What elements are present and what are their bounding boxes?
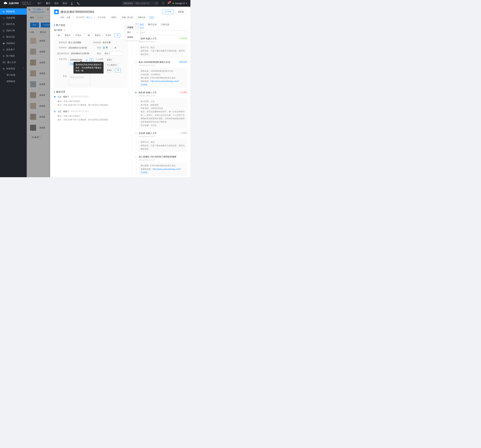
- sidebar-item-inherit[interactable]: ⇅客户继承: [0, 53, 27, 59]
- svg-point-0: [71, 2, 72, 3]
- customer-tag[interactable]: 高意向: [93, 33, 103, 38]
- timeline-item: 定金单 创建人小王已取消 2020/01/30 01:38:27 跟单方式：电话…: [135, 132, 187, 155]
- logo: 云朵CRM 教育机构一站式服务云平台: [3, 1, 31, 5]
- group-tag[interactable]: 群聊一群大群: [121, 16, 134, 19]
- dropdown-item[interactable]: 师馨薇: [125, 25, 140, 30]
- personal-tag-more[interactable]: +4: [115, 68, 121, 72]
- gender-female-radio[interactable]: 女: [111, 46, 116, 49]
- sidebar-item-orders[interactable]: ◫我的订单: [0, 27, 27, 34]
- sidebar: ◷我的好友 ▢我的群聊 ▽我的学员 ◫我的订单 ✆电话记录 ▣我的商品 ↻流失客…: [0, 7, 27, 177]
- goods-icon: ▣: [3, 42, 5, 45]
- clock-icon: ◷: [3, 10, 5, 13]
- customer-tag[interactable]: 中意向: [104, 33, 113, 38]
- chevron-up-icon: ▴: [91, 16, 92, 19]
- personal-tag[interactable]: 个人标签12: [105, 63, 119, 67]
- customer-icon: [54, 9, 59, 14]
- order-icon: ◫: [3, 29, 5, 32]
- copy-icon[interactable]: ⿻: [90, 58, 93, 62]
- top-nav: 推广 客户 质检 数据: [38, 2, 67, 5]
- cloud-icon: [3, 2, 8, 5]
- history-item: 小王更新了2021/01/30 01:38:27 微信：空值-136721828…: [54, 110, 128, 125]
- gender-male-radio[interactable]: 男: [103, 46, 108, 49]
- sidebar-item-lost[interactable]: ↻流失客户: [0, 46, 27, 53]
- status-badge: 已失败: [180, 91, 187, 94]
- tags-label: 客户标签: [54, 29, 62, 31]
- customer-tag[interactable]: 高意向: [63, 33, 73, 38]
- section-history: 修改记录: [54, 90, 128, 93]
- user-menu[interactable]: manager11 ▾: [173, 2, 187, 5]
- deposit-button[interactable]: 交定金: [175, 9, 186, 14]
- contact-icon[interactable]: ▤: [86, 59, 87, 61]
- search-type-select[interactable]: 手机号码 ▾: [122, 1, 134, 6]
- dropdown-item[interactable]: 俱保咏: [125, 35, 140, 40]
- sidebar-sub-customer-tags[interactable]: 客户标签: [0, 72, 27, 78]
- filter-icon: ▽: [3, 23, 4, 26]
- status-badge: 已完成: [180, 37, 187, 40]
- wechat-input[interactable]: [103, 52, 123, 55]
- sidebar-item-phonelog[interactable]: ✆电话记录: [0, 34, 27, 40]
- status-badge: 已取消: [180, 132, 187, 134]
- timeline-item: 定金单 创建人小王已完成 2020/01/30 01:38:27 跟单方式：电话…: [135, 37, 187, 61]
- activity-filter-select[interactable]: 全部动态˅: [135, 30, 187, 35]
- lost-icon: ↻: [3, 48, 5, 51]
- personal-tag[interactable]: 标签1: [105, 68, 114, 72]
- chevron-up-icon: ˄: [23, 68, 24, 70]
- sidebar-sub-group-tags[interactable]: 群聊标签: [0, 78, 27, 85]
- sidebar-item-tags[interactable]: ⚙标签管理˄: [0, 66, 27, 72]
- nav-data[interactable]: 数据: [63, 2, 67, 5]
- group-more[interactable]: +4: [149, 16, 154, 19]
- phone-input[interactable]: [70, 58, 86, 62]
- section-customer-info: 客户信息: [54, 24, 128, 27]
- remark-textarea[interactable]: 请输入备注内容: [68, 75, 90, 85]
- timeline-item: 购买 4399理财课进阶课程大礼包查看详情 2021/01/30 01:38:2…: [135, 61, 187, 91]
- nav-promo[interactable]: 推广: [38, 2, 42, 5]
- svg-point-1: [156, 2, 157, 4]
- manager-select[interactable]: 张三 ▴: [86, 16, 92, 19]
- notification-icon[interactable]: 5: [167, 2, 170, 5]
- chevron-down-icon: ˅: [184, 31, 185, 34]
- personal-tag[interactable]: 标签1: [105, 58, 114, 62]
- svg-rect-5: [56, 11, 57, 12]
- timeline-item: 进入直播间 759-59班第三期理财直播课 2021/01/30 01:38:2…: [135, 155, 187, 177]
- detail-link[interactable]: 查看详情: [179, 61, 187, 63]
- phone-icon[interactable]: [77, 2, 80, 5]
- dropdown-item[interactable]: 张三✓: [125, 30, 140, 35]
- mobile-icon[interactable]: [162, 2, 165, 5]
- tag-more[interactable]: +4: [114, 33, 120, 38]
- search-input[interactable]: [134, 1, 154, 5]
- edit-icon[interactable]: ✎: [63, 29, 65, 31]
- chevron-down-icon: ▾: [186, 2, 187, 5]
- chat-icon: ▢: [3, 17, 5, 19]
- search-button[interactable]: [154, 1, 159, 6]
- group-tag[interactable]: 群聊六群: [137, 16, 146, 19]
- topbar: 云朵CRM 教育机构一站式服务云平台 推广 客户 质检 数据 手机号码 ▾ 5 …: [0, 0, 190, 7]
- phone-tooltip: 查询到此手机号码在系统中已存在，可以将两条客户数据合并为一条: [74, 62, 104, 74]
- customer-tag[interactable]: 一般: [54, 33, 62, 38]
- svg-rect-4: [55, 12, 57, 13]
- customer-drawer: 微信名称6789990000966 代下单 交定金 昵称：小王 | 客户经理：张…: [50, 7, 190, 177]
- phonelog-icon: ✆: [3, 36, 5, 38]
- nav-qc[interactable]: 质检: [54, 2, 59, 5]
- history-item: 小王更新了2021/01/30 01:38:27 微信：空值-136721828…: [54, 95, 128, 110]
- user-icon[interactable]: [70, 2, 73, 5]
- sidebar-item-goods[interactable]: ▣我的商品: [0, 40, 27, 46]
- manager-dropdown: 师馨薇 张三✓ 俱保咏: [125, 24, 140, 40]
- customer-tag[interactable]: 中意向: [74, 33, 83, 38]
- sidebar-item-groups[interactable]: ▢我的群聊: [0, 15, 27, 21]
- customer-tag[interactable]: 一般: [84, 33, 92, 38]
- tag-icon: ⚙: [3, 68, 5, 70]
- svg-line-2: [157, 3, 158, 4]
- tab-chat[interactable]: 聊天记录: [148, 23, 157, 28]
- sidebar-item-students[interactable]: ▽我的学员: [0, 21, 27, 27]
- svg-rect-3: [162, 2, 164, 5]
- sidebar-item-delete[interactable]: ⌦删人记录: [0, 59, 27, 66]
- inherit-icon: ⇅: [3, 55, 5, 57]
- group-tag[interactable]: 群聊三: [110, 16, 118, 19]
- nav-customer[interactable]: 客户: [46, 2, 50, 5]
- sidebar-item-friends[interactable]: ◷我的好友: [0, 8, 27, 15]
- tab-orders[interactable]: 订单记录: [161, 23, 169, 28]
- timeline-item: 报名单 创建人小王已失败 2020/01/30 01:38:27 客户经理：小王…: [135, 91, 187, 132]
- order-button[interactable]: 代下单: [163, 9, 174, 14]
- search-group: 手机号码 ▾: [122, 1, 159, 6]
- phone-input-box[interactable]: ▤: [68, 58, 89, 62]
